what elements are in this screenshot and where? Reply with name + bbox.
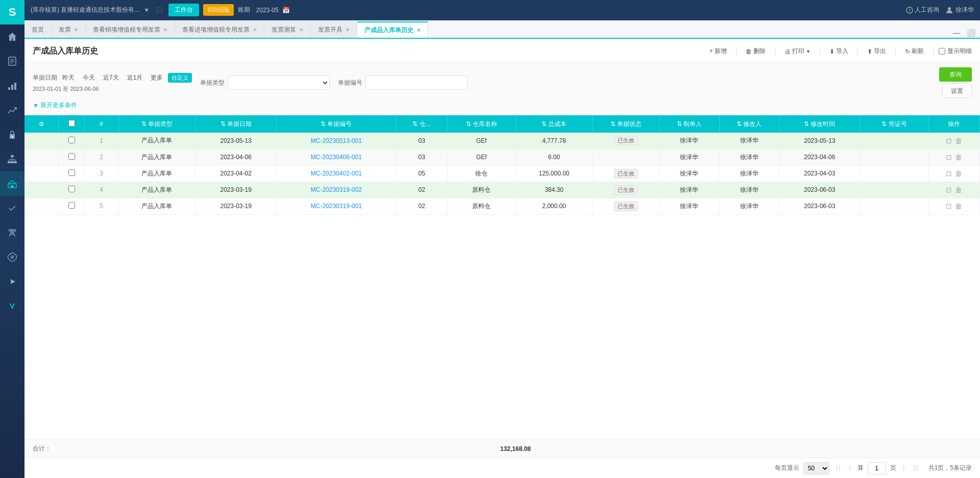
date-custom-badge[interactable]: 自定义 (168, 73, 192, 83)
th-mod-time[interactable]: ⇅ 修改时间 (779, 115, 860, 133)
date-yesterday-btn[interactable]: 昨天 (59, 72, 78, 83)
tab-sales-vat[interactable]: 查看销项增值税专用发票 ✕ (86, 21, 175, 38)
sidebar-item-home[interactable] (0, 24, 24, 49)
sidebar-item-version[interactable]: V (0, 294, 24, 318)
th-creator[interactable]: ⇅ 制单人 (659, 115, 719, 133)
show-detail-checkbox-label[interactable]: 显示明细 (939, 47, 972, 56)
switch-old-version-button[interactable]: 切到旧版 (203, 4, 234, 16)
date-7days-btn[interactable]: 近7天 (100, 72, 122, 83)
per-page-select[interactable]: 50 100 200 (803, 462, 829, 474)
expand-conditions-btn[interactable]: ▼ 展开更多条件 (33, 101, 972, 110)
chevron-down-icon[interactable]: ▼ (143, 7, 150, 14)
th-status[interactable]: ⇅ 单据状态 (593, 115, 659, 133)
print-button[interactable]: 🖨 打印 ▼ (780, 45, 815, 58)
row-delete-button[interactable]: 🗑 (955, 169, 962, 178)
date-1month-btn[interactable]: 近1月 (124, 72, 146, 83)
sidebar-item-inventory[interactable] (0, 171, 24, 196)
tab-product-inbound[interactable]: 产成品入库单历史 ✕ (357, 21, 428, 38)
tab-product-inbound-close[interactable]: ✕ (416, 28, 421, 33)
doc-link[interactable]: MC-20230319-001 (311, 203, 362, 210)
th-type[interactable]: ⇅ 单据类型 (118, 115, 195, 133)
select-all-checkbox[interactable] (68, 120, 75, 127)
sidebar-item-settings[interactable] (0, 245, 24, 269)
last-page-button[interactable]: ⟩⟩ (911, 463, 920, 473)
th-checkbox[interactable] (59, 115, 84, 133)
th-modifier[interactable]: ⇅ 修改人 (719, 115, 779, 133)
prev-page-button[interactable]: ⟨ (847, 463, 853, 473)
row-delete-button[interactable]: 🗑 (955, 186, 962, 194)
tab-invoice[interactable]: 发票 ✕ (52, 21, 86, 38)
query-button[interactable]: 查询 (939, 67, 972, 82)
row-checkbox[interactable] (68, 153, 75, 160)
sidebar-item-chart[interactable] (0, 73, 24, 98)
th-wh-name[interactable]: ⇅ 仓库名称 (447, 115, 516, 133)
tab-invoice-open[interactable]: 发票开具 ✕ (311, 21, 357, 38)
tab-purchase-vat[interactable]: 查看进项增值税专用发票 ✕ (175, 21, 264, 38)
td-checkbox[interactable] (59, 149, 84, 165)
th-date[interactable]: ⇅ 单据日期 (195, 115, 277, 133)
page-input[interactable] (868, 462, 886, 474)
td-checkbox[interactable] (59, 133, 84, 149)
sidebar-item-org[interactable] (0, 147, 24, 171)
help-label[interactable]: ? 人工咨询 (906, 6, 939, 14)
next-page-button[interactable]: ⟩ (900, 463, 907, 473)
row-edit-button[interactable]: ⊡ (946, 186, 952, 194)
tab-invoice-calc-close[interactable]: ✕ (299, 27, 303, 33)
doc-link[interactable]: MC-20230406-001 (311, 154, 362, 161)
row-edit-button[interactable]: ⊡ (946, 137, 952, 145)
row-checkbox[interactable] (68, 186, 75, 192)
export-button[interactable]: ⬆ 导出 (863, 45, 890, 58)
sidebar-item-doc[interactable] (0, 49, 24, 73)
code-input[interactable] (365, 76, 468, 90)
tab-purchase-vat-close[interactable]: ✕ (253, 27, 257, 33)
print-dropdown-icon[interactable]: ▼ (806, 49, 811, 54)
refresh-button[interactable]: ↻ 刷新 (901, 45, 928, 58)
row-delete-button[interactable]: 🗑 (955, 153, 962, 161)
sidebar-item-video[interactable] (0, 269, 24, 294)
sidebar-item-lock[interactable] (0, 122, 24, 147)
date-today-btn[interactable]: 今天 (80, 72, 98, 83)
workbench-button[interactable]: 工作台 (168, 4, 199, 16)
doc-link[interactable]: MC-20230513-001 (311, 137, 362, 144)
row-checkbox[interactable] (68, 137, 75, 143)
row-checkbox[interactable] (68, 202, 75, 209)
row-delete-button[interactable]: 🗑 (955, 202, 962, 210)
window-minimize-button[interactable]: — (951, 28, 962, 38)
sidebar-item-workflow[interactable] (0, 220, 24, 245)
tab-invoice-close[interactable]: ✕ (74, 27, 78, 33)
type-select[interactable]: 产品入库单 (228, 76, 330, 90)
th-voucher[interactable]: ⇅ 凭证号 (860, 115, 928, 133)
date-more-btn[interactable]: 更多 (148, 72, 166, 83)
doc-link[interactable]: MC-20230319-002 (311, 186, 362, 193)
user-avatar[interactable]: 徐泽华 (945, 6, 974, 14)
td-checkbox[interactable] (59, 182, 84, 198)
row-delete-button[interactable]: 🗑 (955, 137, 962, 145)
tab-invoice-open-close[interactable]: ✕ (346, 27, 350, 33)
tab-sales-vat-close[interactable]: ✕ (163, 27, 167, 33)
row-edit-button[interactable]: ⊡ (946, 153, 952, 161)
tab-home[interactable]: 首页 (24, 21, 52, 38)
row-edit-button[interactable]: ⊡ (946, 169, 952, 178)
th-settings[interactable]: ⚙ (24, 115, 59, 133)
tab-invoice-calc[interactable]: 发票测算 ✕ (264, 21, 311, 38)
row-edit-button[interactable]: ⊡ (946, 202, 952, 210)
window-maximize-button[interactable]: ⬜ (966, 28, 976, 38)
th-code[interactable]: ⇅ 单据编号 (277, 115, 396, 133)
company-name[interactable]: (库存核算) 直播轻途通信息技术股份有... (31, 6, 139, 14)
th-wh-code[interactable]: ⇅ 仓... (396, 115, 447, 133)
calendar-icon[interactable]: 📅 (282, 7, 290, 14)
sidebar-item-analytics[interactable] (0, 98, 24, 122)
row-checkbox[interactable] (68, 169, 75, 176)
new-button[interactable]: + 新增 (705, 45, 731, 58)
delete-button[interactable]: 🗑 删除 (742, 45, 770, 58)
show-detail-checkbox[interactable] (939, 48, 945, 55)
td-checkbox[interactable] (59, 198, 84, 214)
first-page-button[interactable]: ⟨⟨ (834, 463, 843, 473)
td-code: MC-20230319-002 (277, 182, 396, 198)
import-button[interactable]: ⬇ 导入 (825, 45, 852, 58)
td-checkbox[interactable] (59, 165, 84, 182)
th-cost[interactable]: ⇅ 总成本 (516, 115, 593, 133)
sidebar-item-tasks[interactable] (0, 196, 24, 220)
doc-link[interactable]: MC-20230402-001 (311, 170, 362, 177)
reset-button[interactable]: 设置 (942, 84, 972, 98)
